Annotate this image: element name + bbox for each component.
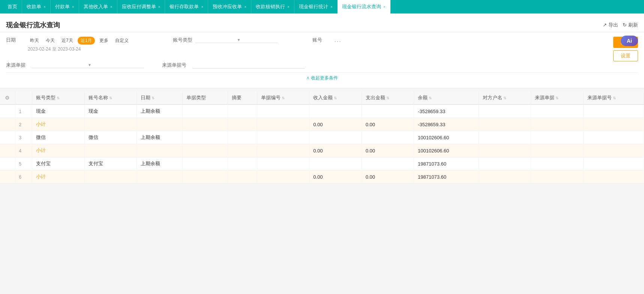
row-income [309,131,362,144]
close-payment-icon[interactable]: × [72,5,74,9]
row-source-doc [531,104,583,118]
row-account-name: 现金 [84,104,137,118]
row-gear-cell [0,131,15,144]
date-today[interactable]: 今天 [44,37,57,45]
col-gear[interactable]: ⚙ [0,91,15,104]
row-counterparty [479,157,531,170]
gear-icon: ⚙ [5,95,10,101]
account-label: 账号 [312,37,331,43]
col-date[interactable]: 日期⇅ [137,91,182,104]
row-doc-type [182,170,228,184]
row-account-name [84,170,137,184]
row-counterparty [479,144,531,157]
setting-button[interactable]: 设置 [613,50,638,61]
sort-income-icon: ⇅ [334,96,337,100]
row-summary [228,104,257,118]
col-expense[interactable]: 支出金额⇅ [362,91,414,104]
row-source-doc-no [583,131,644,144]
source-doc-num-input[interactable] [192,61,305,69]
nav-receipt[interactable]: 收款单 × [22,0,51,13]
table-header-row: ⚙ 账号类型⇅ 账号名称⇅ 日期⇅ 单据类型 摘要 单据编号⇅ 收入金额⇅ 支出… [0,91,644,104]
sort-account-name-icon: ⇅ [109,96,112,100]
export-icon: ↗ [603,22,607,28]
row-index: 5 [15,157,32,170]
close-receipt-icon[interactable]: × [44,5,46,9]
date-yesterday[interactable]: 昨天 [28,37,41,45]
col-counterparty[interactable]: 对方户名⇅ [479,91,531,104]
row-source-doc [531,118,583,131]
account-type-select[interactable]: ▼ [195,37,278,43]
close-bank-deposit-icon[interactable]: × [201,5,203,9]
row-source-doc [531,170,583,184]
col-account-type[interactable]: 账号类型⇅ [32,91,84,104]
sort-counterparty-icon: ⇅ [503,96,506,100]
row-date [137,118,182,131]
row-counterparty [479,170,531,184]
date-more[interactable]: 更多 [97,37,111,45]
row-account-type: 支付宝 [32,157,84,170]
close-other-income-icon[interactable]: × [110,5,113,9]
col-source-doc[interactable]: 来源单据⇅ [531,91,583,104]
row-source-doc-no [583,144,644,157]
close-receipt-exec-icon[interactable]: × [287,5,290,9]
row-date [137,170,182,184]
date-1month[interactable]: 近1月 [78,37,95,45]
nav-cash-stats[interactable]: 现金银行统计 × [294,0,338,13]
col-source-doc-no[interactable]: 来源单据号⇅ [583,91,644,104]
nav-payment[interactable]: 付款单 × [51,0,79,13]
nav-receipt-exec[interactable]: 收款核销执行 × [251,0,294,13]
row-account-name: 支付宝 [84,157,137,170]
sort-account-type-icon: ⇅ [57,96,60,100]
col-doc-no[interactable]: 单据编号⇅ [257,91,309,104]
close-cash-flow-query-icon[interactable]: × [383,5,386,9]
col-account-name[interactable]: 账号名称⇅ [84,91,137,104]
nav-other-income[interactable]: 其他收入单 × [79,0,117,13]
export-button[interactable]: ↗ 导出 [603,22,618,28]
row-gear-cell [0,157,15,170]
row-doc-no [257,157,309,170]
row-source-doc [531,131,583,144]
nav-bank-deposit[interactable]: 银行存取款单 × [165,0,208,13]
row-doc-type [182,144,228,157]
row-gear-cell [0,118,15,131]
date-custom[interactable]: 自定义 [113,37,131,45]
sort-date-icon: ⇅ [152,96,155,100]
row-income [309,104,362,118]
date-7days[interactable]: 近7天 [59,37,75,45]
col-summary: 摘要 [228,91,257,104]
source-doc-select[interactable]: ▼ [32,62,144,68]
close-prepay-offset-icon[interactable]: × [244,5,246,9]
row-account-type: 小计 [32,118,84,131]
collapse-bar[interactable]: ∧ 收起更多条件 [6,72,638,84]
row-date: 上期余额 [137,157,182,170]
row-expense: 0.00 [362,118,414,131]
account-type-arrow-icon: ▼ [237,38,276,42]
col-income[interactable]: 收入金额⇅ [309,91,362,104]
nav-home[interactable]: 首页 [3,0,22,13]
row-doc-no [257,131,309,144]
table-body: 1 现金 现金 上期余额 -3528659.33 2 小计 0.00 0.00 … [0,104,644,184]
nav-prepay-offset[interactable]: 预收冲应收单 × [208,0,251,13]
table-row: 6 小计 0.00 0.00 19871073.60 [0,170,644,184]
refresh-button[interactable]: ↻ 刷新 [623,22,638,28]
row-balance: -3528659.33 [414,104,479,118]
nav-adjustment[interactable]: 应收应付调整单 × [117,0,165,13]
row-source-doc-no [583,170,644,184]
row-summary [228,157,257,170]
date-shortcuts: 昨天 今天 近7天 近1月 更多 自定义 [28,37,131,45]
data-table-wrap: ⚙ 账号类型⇅ 账号名称⇅ 日期⇅ 单据类型 摘要 单据编号⇅ 收入金额⇅ 支出… [0,91,644,184]
account-dots[interactable]: ... [334,37,341,43]
table-row: 5 支付宝 支付宝 上期余额 19871073.60 [0,157,644,170]
row-index: 6 [15,170,32,184]
source-doc-num-field[interactable] [194,62,303,67]
ai-badge[interactable]: Ai [621,36,638,46]
close-adjustment-icon[interactable]: × [158,5,161,9]
row-doc-no [257,104,309,118]
row-balance: 100102606.60 [414,144,479,157]
col-balance[interactable]: 余额⇅ [414,91,479,104]
filter-row-1: 日期 昨天 今天 近7天 近1月 更多 自定义 2023-02-24 至 202… [6,37,638,61]
row-doc-no [257,170,309,184]
row-expense: 0.00 [362,170,414,184]
nav-cash-flow-query[interactable]: 现金银行流水查询 × [338,0,390,13]
close-cash-stats-icon[interactable]: × [330,5,333,9]
